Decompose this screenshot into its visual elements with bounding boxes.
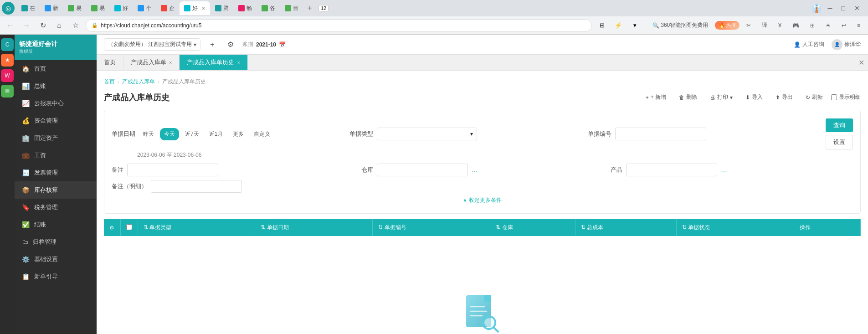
scissors-tool[interactable]: ✂ [742, 21, 755, 31]
hot-search-badge[interactable]: 🔥 热搜 [715, 21, 740, 30]
company-settings-button[interactable]: ⚙ [224, 38, 237, 51]
display-tool[interactable]: ☀ [822, 21, 835, 31]
page-tab-list[interactable]: 产成品入库单 × [123, 55, 180, 70]
tab-3[interactable]: 易 [63, 1, 86, 15]
tab-4[interactable]: 易 [87, 1, 109, 15]
tab-close-8[interactable]: ✕ [201, 5, 205, 11]
tab-8[interactable]: 好 ✕ [180, 1, 210, 15]
page-tab-home[interactable]: 首页 [97, 55, 123, 70]
collapse-btn[interactable]: ∧ 收起更多条件 [112, 195, 853, 206]
breadcrumb-home[interactable]: 首页 [104, 78, 115, 86]
close-button[interactable]: ✕ [852, 4, 863, 13]
export-button[interactable]: ⬆ 导出 [771, 91, 797, 103]
tab-12[interactable]: 目 [280, 1, 303, 15]
currency-tool[interactable]: ¥ [774, 21, 786, 31]
sidebar-item-invoice-mgmt[interactable]: 🧾 发票管理 [15, 164, 97, 181]
tab-5[interactable]: 好 [110, 1, 133, 15]
show-detail-toggle[interactable]: 显示明细 [831, 93, 861, 101]
table-col-warehouse[interactable]: ⇅ 仓库 [490, 219, 575, 236]
close-all-tabs-button[interactable]: ✕ [855, 57, 868, 69]
refresh-browser-button[interactable]: ↻ [36, 19, 49, 32]
app-icon-3[interactable]: W [1, 69, 14, 82]
tab-11[interactable]: 各 [257, 1, 280, 15]
search-settings-button[interactable]: 设置 [826, 135, 853, 149]
sidebar-item-home[interactable]: 🏠 首页 [15, 60, 97, 77]
page-tab-list-close[interactable]: × [169, 60, 172, 65]
warehouse-browse-button[interactable]: ... [472, 166, 478, 174]
table-col-total-cost[interactable]: ⇅ 总成本 [575, 219, 676, 236]
apps-button[interactable]: ⊞ [596, 19, 608, 32]
tab-7[interactable]: 企 [156, 1, 179, 15]
user-service-btn[interactable]: 👤 人工咨询 [794, 41, 824, 48]
calendar-icon[interactable]: 📅 [279, 41, 286, 48]
address-input[interactable]: 🔒 https://cloud.chanjet.com/accounting/u… [86, 19, 592, 32]
new-tab-button[interactable]: + [303, 2, 316, 15]
sidebar-item-new-billing[interactable]: 📋 新单引导 [15, 268, 97, 285]
app-icon-main[interactable]: C [1, 38, 14, 51]
add-button[interactable]: + + 新增 [641, 91, 671, 103]
date-btn-1month[interactable]: 近1月 [205, 128, 227, 140]
dropdown-button[interactable]: ▾ [628, 19, 641, 32]
import-button[interactable]: ⬇ 导入 [741, 91, 767, 103]
tab-6[interactable]: 个 [133, 1, 156, 15]
doc-number-input[interactable] [615, 128, 706, 140]
add-company-button[interactable]: + [206, 38, 219, 51]
app-icon-4[interactable]: ✉ [1, 85, 14, 98]
grid-tool[interactable]: ⊞ [806, 21, 819, 31]
sidebar-item-general-ledger[interactable]: 📊 总账 [15, 77, 97, 95]
date-btn-yesterday[interactable]: 昨天 [139, 128, 158, 140]
page-tab-history-close[interactable]: × [237, 60, 240, 65]
app-icon-2[interactable]: ★ [1, 54, 14, 67]
warehouse-input[interactable] [377, 164, 468, 176]
detail-remark-input[interactable] [151, 180, 242, 193]
sidebar-item-salary[interactable]: 💼 工资 [15, 147, 97, 164]
more-tool[interactable]: ≡ [853, 21, 864, 31]
back-button[interactable]: ← [4, 19, 16, 32]
tab-1[interactable]: 在 [17, 1, 40, 15]
product-input[interactable] [626, 164, 717, 176]
date-btn-today[interactable]: 今天 [160, 128, 179, 140]
print-button[interactable]: 🖨 打印 ▾ [705, 91, 737, 103]
game-tool[interactable]: 🎮 [788, 21, 803, 31]
remark-input[interactable] [127, 164, 218, 176]
shirt-icon[interactable]: 👔 [812, 3, 822, 13]
refresh-button[interactable]: ↻ 刷新 [801, 91, 827, 103]
extension-button[interactable]: ⚡ [612, 19, 625, 32]
sidebar-item-basic-settings[interactable]: ⚙️ 基础设置 [15, 251, 97, 268]
tab-9[interactable]: 腾 [211, 1, 233, 15]
sidebar-item-inventory[interactable]: 📦 库存核算 [15, 181, 97, 199]
bookmark-button[interactable]: ☆ [69, 19, 82, 32]
date-btn-more[interactable]: 更多 [229, 128, 248, 140]
select-all-checkbox[interactable] [126, 224, 132, 230]
product-browse-button[interactable]: ... [721, 166, 727, 174]
breadcrumb-list[interactable]: 产成品入库单 [122, 78, 155, 86]
sidebar-item-checkout[interactable]: ✅ 结账 [15, 216, 97, 233]
browser-logo[interactable]: ◎ [2, 2, 15, 15]
tab-10[interactable]: 畅 [234, 1, 257, 15]
show-detail-checkbox[interactable] [831, 94, 837, 100]
sidebar-item-archive-mgmt[interactable]: 🗂 归档管理 [15, 233, 97, 251]
delete-button[interactable]: 🗑 删除 [674, 91, 702, 103]
query-button[interactable]: 查询 [826, 118, 853, 132]
table-settings-icon[interactable]: ⚙ [109, 225, 114, 231]
translate-tool[interactable]: 译 [758, 20, 771, 31]
date-btn-custom[interactable]: 自定义 [250, 128, 274, 140]
forward-button[interactable]: → [20, 19, 33, 32]
home-browser-button[interactable]: ⌂ [53, 19, 66, 32]
date-btn-7days[interactable]: 近7天 [181, 128, 203, 140]
table-col-doc-number[interactable]: ⇅ 单据编号 [373, 219, 490, 236]
table-col-settings[interactable]: ⚙ [104, 219, 120, 236]
table-col-checkbox[interactable] [120, 219, 138, 236]
undo-tool[interactable]: ↩ [837, 21, 850, 31]
table-col-doc-date[interactable]: ⇅ 单据日期 [255, 219, 373, 236]
table-col-doc-status[interactable]: ⇅ 单据状态 [676, 219, 794, 236]
minimize-button[interactable]: ─ [825, 4, 835, 13]
search-tool[interactable]: 🔍 360智能抠图免费用 [648, 20, 712, 31]
sidebar-item-fixed-assets[interactable]: 🏢 固定资产 [15, 129, 97, 147]
sidebar-item-report-center[interactable]: 📈 云报表中心 [15, 95, 97, 112]
page-tab-history[interactable]: 产成品入库单历史 × [180, 55, 247, 70]
tab-2[interactable]: 新 [40, 1, 63, 15]
doc-type-select[interactable]: ▾ [377, 128, 477, 140]
sidebar-item-fund-mgmt[interactable]: 💰 资金管理 [15, 112, 97, 129]
maximize-button[interactable]: □ [839, 4, 848, 13]
